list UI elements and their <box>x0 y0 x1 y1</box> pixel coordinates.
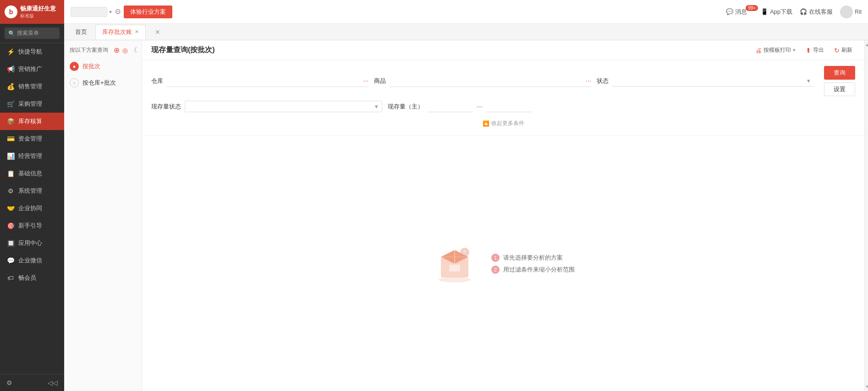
sidebar-item-purchase[interactable]: 🛒 采购管理 <box>0 95 64 113</box>
operations-icon: 📊 <box>6 152 15 160</box>
app-name: 畅康通好生意 <box>20 5 56 13</box>
page-title: 现存量查询(按批次) <box>151 45 215 55</box>
collapse-panel-icon[interactable]: 《 <box>131 46 137 54</box>
hint-num-1: 1 <box>491 254 500 262</box>
topbar-right: 💬 消息 99+ 📱 App下载 🎧 在线客服 Rit <box>726 5 862 18</box>
print-template-btn[interactable]: 🖨 按模板打印 ▾ <box>753 45 798 55</box>
right-scrollbar[interactable]: ▲ ▼ <box>864 40 868 391</box>
svg-text:?: ? <box>463 250 466 255</box>
inventory-status-label: 现存量状态 <box>151 103 181 111</box>
product-input[interactable] <box>390 75 586 86</box>
topbar-input-group: ▾ <box>71 7 112 17</box>
topbar-left: ▾ ⚙ 体验行业方案 <box>71 5 722 18</box>
inventory-status-arrow-icon: ▾ <box>375 103 378 110</box>
sidebar-item-system[interactable]: ⚙ 系统管理 <box>0 182 64 200</box>
export-btn[interactable]: ⬆ 导出 <box>803 45 827 55</box>
sidebar-item-basic[interactable]: 📋 基础信息 <box>0 165 64 182</box>
empty-state: ? 1 请先选择要分析的方案 2 用过滤条件来缩小分析范围 <box>142 136 864 391</box>
print-label: 按模板打印 <box>764 46 791 54</box>
sidebar-item-label: 经营管理 <box>18 152 42 160</box>
message-icon: 💬 <box>726 8 733 15</box>
sidebar-item-guide[interactable]: 🎯 新手引导 <box>0 217 64 234</box>
main-area: ▾ ⚙ 体验行业方案 💬 消息 99+ 📱 App下载 🎧 在线客服 Rit <box>64 0 868 391</box>
status-select[interactable]: ▾ <box>612 76 814 87</box>
inventory-status-select[interactable]: ▾ <box>185 101 382 112</box>
chevron-down-icon: ▾ <box>109 9 112 15</box>
phone-icon: 📱 <box>761 8 768 15</box>
empty-state-inner: ? 1 请先选择要分析的方案 2 用过滤条件来缩小分析范围 <box>432 241 575 287</box>
app-version: 标准版 <box>20 13 56 19</box>
trial-btn[interactable]: 体验行业方案 <box>124 5 172 18</box>
status-label: 状态 <box>597 77 609 85</box>
scroll-down-arrow[interactable]: ▼ <box>865 382 868 391</box>
sidebar-search-area[interactable]: 🔍 搜索菜单 <box>0 24 64 43</box>
search-icon: 🔍 <box>8 30 15 37</box>
tab-home[interactable]: 首页 <box>69 25 93 39</box>
sidebar-item-wechat[interactable]: 💬 企业微信 <box>0 252 64 269</box>
sidebar-search-input[interactable]: 🔍 搜索菜单 <box>5 27 60 39</box>
tab-close-all-icon[interactable]: ✕ <box>155 28 160 36</box>
scroll-up-arrow[interactable]: ▲ <box>865 40 868 49</box>
tab-batch-account[interactable]: 库存批次账 ✕ <box>95 25 146 39</box>
svg-point-0 <box>439 277 471 282</box>
basic-icon: 📋 <box>6 169 15 178</box>
content-wrapper: 按以下方案查询 ⊕ ◎ 《 ● 按批次 ○ 按仓库+批次 现存量查询(按批次) <box>64 40 868 391</box>
sidebar-item-collab[interactable]: 🤝 企业协同 <box>0 200 64 217</box>
topbar-search-input[interactable] <box>71 7 107 17</box>
inventory-icon: 📦 <box>6 117 15 125</box>
app-download-label: App下载 <box>770 8 792 16</box>
left-panel-header: 按以下方案查询 ⊕ ◎ 《 <box>64 44 142 58</box>
scheme-item-by-warehouse-batch[interactable]: ○ 按仓库+批次 <box>64 75 142 91</box>
wechat-icon: 💬 <box>6 256 15 265</box>
topbar-gear-icon[interactable]: ⚙ <box>115 7 121 16</box>
scheme-label: 按仓库+批次 <box>82 79 116 87</box>
collapse-filter-btn[interactable]: 🔼 收起更多条件 <box>151 117 855 130</box>
refresh-btn[interactable]: ↻ 刷新 <box>831 45 855 55</box>
sidebar-item-finance[interactable]: 💳 资金管理 <box>0 130 64 147</box>
filter-warehouse: 仓库 ··· <box>151 75 368 87</box>
product-dots-icon[interactable]: ··· <box>586 77 591 84</box>
collapse-up-icon: 🔼 <box>483 120 489 127</box>
query-button[interactable]: 查询 <box>824 66 855 80</box>
app-download-btn[interactable]: 📱 App下载 <box>761 8 792 16</box>
refresh-icon: ↻ <box>834 47 840 54</box>
settings-scheme-icon[interactable]: ◎ <box>122 47 128 54</box>
sidebar-item-inventory[interactable]: 📦 库存核算 <box>0 113 64 130</box>
sidebar-item-apps[interactable]: 🔲 应用中心 <box>0 234 64 252</box>
quick-nav-icon: ⚡ <box>6 48 15 56</box>
user-area[interactable]: Rit <box>840 5 862 18</box>
sales-icon: 💰 <box>6 82 15 91</box>
sidebar-item-member[interactable]: 🏷 畅会员 <box>0 269 64 287</box>
sidebar-item-label: 系统管理 <box>18 187 42 195</box>
sidebar-item-label: 销售管理 <box>18 82 42 91</box>
settings-footer-icon[interactable]: ⚙ <box>6 379 12 386</box>
warehouse-input[interactable] <box>167 75 363 86</box>
messages-btn[interactable]: 💬 消息 99+ <box>726 8 753 16</box>
inventory-qty-from[interactable] <box>427 101 473 112</box>
sidebar-footer: ⚙ ◁◁ <box>0 374 64 391</box>
settings-button[interactable]: 设置 <box>824 82 855 96</box>
warehouse-dots-icon[interactable]: ··· <box>363 77 368 84</box>
sidebar-item-sales[interactable]: 💰 销售管理 <box>0 78 64 95</box>
action-buttons: 查询 设置 <box>824 66 855 96</box>
status-arrow-icon: ▾ <box>807 77 810 84</box>
empty-hint-2: 2 用过滤条件来缩小分析范围 <box>491 266 575 274</box>
search-label: 搜索菜单 <box>17 29 39 37</box>
collapse-sidebar-icon[interactable]: ◁◁ <box>48 379 58 386</box>
sidebar-item-marketing[interactable]: 📢 营销推广 <box>0 60 64 78</box>
empty-illustration: ? <box>432 241 478 287</box>
sidebar-item-quick-nav[interactable]: ⚡ 快捷导航 <box>0 43 64 60</box>
guide-icon: 🎯 <box>6 222 15 230</box>
refresh-label: 刷新 <box>841 46 852 54</box>
scheme-item-by-batch[interactable]: ● 按批次 <box>64 58 142 75</box>
sidebar-item-operations[interactable]: 📊 经营管理 <box>0 147 64 165</box>
inventory-qty-to[interactable] <box>486 101 532 112</box>
left-panel-title: 按以下方案查询 <box>70 46 108 54</box>
sidebar-item-label: 企业协同 <box>18 204 42 212</box>
tab-close-icon[interactable]: ✕ <box>135 29 139 35</box>
add-scheme-icon[interactable]: ⊕ <box>114 46 120 54</box>
right-panel: 现存量查询(按批次) 🖨 按模板打印 ▾ ⬆ 导出 ↻ 刷新 <box>142 40 864 391</box>
filter-inventory-status: 现存量状态 ▾ <box>151 101 382 112</box>
online-service-btn[interactable]: 🎧 在线客服 <box>800 8 833 16</box>
sidebar-item-label: 企业微信 <box>18 256 42 265</box>
